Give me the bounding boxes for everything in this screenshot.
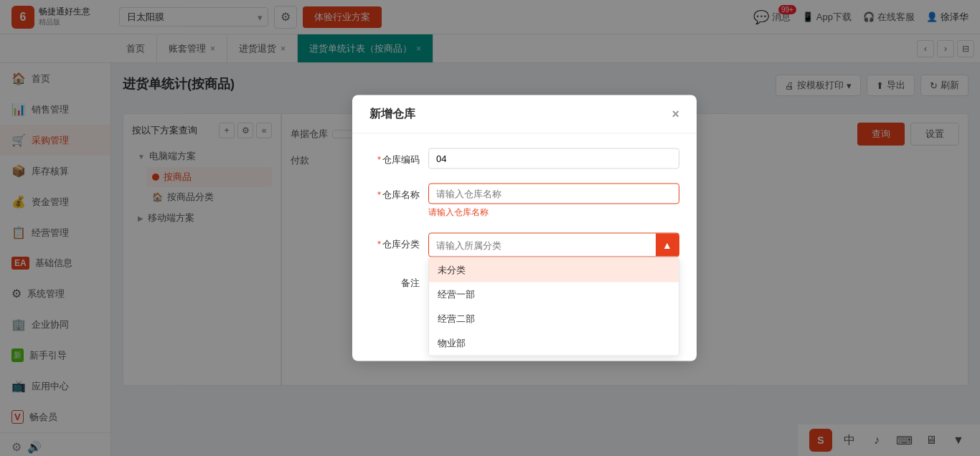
category-dropdown: ▲ 未分类 经营一部 经营二部 物业部 (428, 233, 679, 257)
code-field-wrap (428, 148, 679, 169)
code-field-row: 仓库编码 (369, 148, 679, 169)
code-input[interactable] (428, 148, 679, 169)
modal-title: 新增仓库 (369, 107, 415, 122)
modal-header: 新增仓库 × (352, 95, 697, 134)
name-field-row: 仓库名称 请输入仓库名称 (369, 184, 679, 219)
name-error-msg: 请输入仓库名称 (428, 206, 679, 219)
dropdown-input-row: ▲ (428, 233, 679, 257)
remark-label: 备注 (369, 272, 420, 290)
dropdown-option-1[interactable]: 经营一部 (429, 282, 679, 307)
category-input[interactable] (429, 235, 656, 255)
dropdown-list: 未分类 经营一部 经营二部 物业部 (428, 257, 679, 356)
modal-body: 仓库编码 仓库名称 请输入仓库名称 仓库分类 ▲ 未分类 (352, 134, 697, 321)
category-field-row: 仓库分类 ▲ 未分类 经营一部 经营二部 物业部 (369, 233, 679, 257)
dropdown-option-2[interactable]: 经营二部 (429, 307, 679, 331)
dropdown-arrow-btn[interactable]: ▲ (656, 234, 679, 257)
category-label: 仓库分类 (369, 233, 420, 251)
code-label: 仓库编码 (369, 148, 420, 166)
dropdown-option-0[interactable]: 未分类 (429, 258, 679, 282)
dropdown-option-3[interactable]: 物业部 (429, 331, 679, 356)
modal-new-warehouse: 新增仓库 × 仓库编码 仓库名称 请输入仓库名称 仓库分类 ▲ (352, 95, 697, 361)
name-input[interactable] (428, 184, 679, 204)
name-field-wrap: 请输入仓库名称 (428, 184, 679, 219)
name-label: 仓库名称 (369, 184, 420, 201)
modal-close-button[interactable]: × (672, 107, 679, 122)
